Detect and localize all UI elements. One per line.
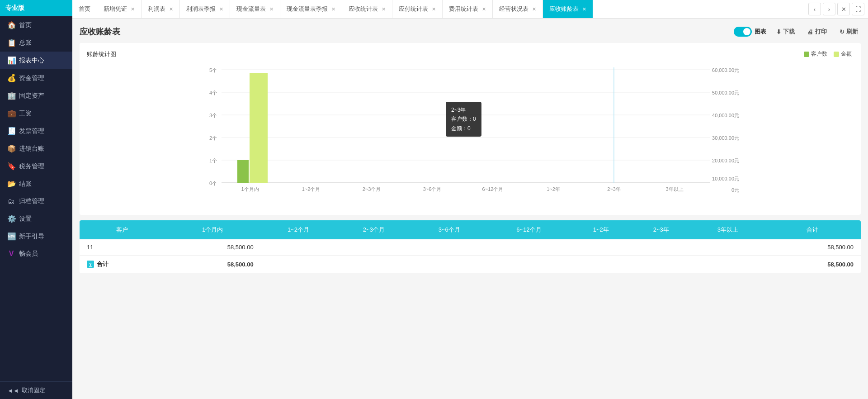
svg-text:1个: 1个 (209, 158, 217, 163)
download-icon: ⬇ (776, 28, 781, 35)
col-y12: 1~2年 (571, 220, 631, 239)
home-icon: 🏠 (7, 21, 15, 29)
sidebar-item-salary[interactable]: 💼 工资 (0, 104, 72, 122)
tab-next-button[interactable]: › (823, 3, 835, 15)
sidebar-item-tax[interactable]: 🔖 税务管理 (0, 157, 72, 175)
tab-cashflow[interactable]: 现金流量表 ✕ (230, 0, 280, 18)
tab-profit[interactable]: 利润表 ✕ (142, 0, 180, 18)
total-y3 (631, 256, 691, 273)
total-m2 (261, 256, 336, 273)
sidebar-item-assets[interactable]: 🏢 固定资产 (0, 87, 72, 104)
row-m3 (336, 239, 411, 256)
row-y3 (631, 239, 691, 256)
sidebar-item-invoice[interactable]: 🧾 发票管理 (0, 122, 72, 140)
svg-text:0个: 0个 (209, 180, 217, 186)
tab-payable-stats-close[interactable]: ✕ (432, 6, 436, 12)
sidebar-item-funds[interactable]: 💰 资金管理 (0, 69, 72, 87)
legend-amount: 金额 (834, 50, 852, 58)
tab-aging[interactable]: 应收账龄表 ✕ (543, 0, 593, 18)
tab-action-group: ‹ › ✕ ⛶ (805, 3, 868, 15)
collapse-label: 取消固定 (22, 386, 45, 394)
sidebar-item-label: 归档管理 (19, 197, 44, 205)
sidebar-item-archive[interactable]: 🗂 归档管理 (0, 193, 72, 210)
collapse-sidebar-button[interactable]: ◄◄ 取消固定 (0, 381, 72, 399)
bar-m1-amount (250, 73, 268, 183)
sidebar-item-guide[interactable]: 🆕 新手引导 (0, 228, 72, 245)
tab-close-all-button[interactable]: ✕ (837, 3, 850, 15)
tab-business-stats-label: 经营状况表 (499, 5, 528, 13)
tab-cashflow-close[interactable]: ✕ (269, 6, 274, 12)
tab-home[interactable]: 首页 (72, 0, 97, 18)
tab-prev-button[interactable]: ‹ (808, 3, 821, 15)
sidebar-item-label: 结账 (19, 180, 32, 188)
svg-text:3年以上: 3年以上 (665, 186, 683, 192)
tab-profit-close[interactable]: ✕ (169, 6, 173, 12)
collapse-icon: ◄◄ (7, 387, 19, 394)
tab-business-stats-close[interactable]: ✕ (532, 6, 536, 12)
tax-icon: 🔖 (7, 162, 15, 171)
tab-receivable-stats[interactable]: 应收统计表 ✕ (342, 0, 392, 18)
sidebar-item-sales[interactable]: 📦 进销台账 (0, 140, 72, 157)
print-button[interactable]: 🖨 打印 (805, 26, 830, 38)
download-button[interactable]: ⬇ 下载 (774, 26, 797, 38)
tab-expense-stats-close[interactable]: ✕ (482, 6, 486, 12)
refresh-button[interactable]: ↻ 刷新 (837, 26, 861, 38)
tab-receivable-stats-close[interactable]: ✕ (382, 6, 386, 12)
chart-toggle[interactable]: 图表 (734, 27, 766, 37)
chart-toggle-switch[interactable] (734, 27, 752, 37)
sidebar-item-label: 资金管理 (19, 74, 44, 82)
aging-table: 客户 1个月内 1~2个月 2~3个月 3~6个月 6~12个月 1~2年 2~… (80, 220, 861, 273)
refresh-label: 刷新 (846, 28, 858, 36)
svg-text:3~6个月: 3~6个月 (423, 186, 442, 192)
tab-profit-quarter[interactable]: 利润表季报 ✕ (180, 0, 230, 18)
main-area: 首页 新增凭证 ✕ 利润表 ✕ 利润表季报 ✕ 现金流量表 ✕ 现金流量表季报 … (72, 0, 868, 399)
tab-voucher-close[interactable]: ✕ (131, 6, 135, 12)
col-y23: 2~3年 (631, 220, 691, 239)
svg-text:10,000.00元: 10,000.00元 (712, 176, 739, 181)
tab-aging-close[interactable]: ✕ (582, 6, 586, 12)
bar-m1-customers (237, 160, 249, 183)
row-m6 (411, 239, 487, 256)
svg-text:60,000.00元: 60,000.00元 (712, 67, 739, 73)
tab-maximize-button[interactable]: ⛶ (852, 3, 864, 15)
tab-cashflow-quarter-close[interactable]: ✕ (331, 6, 335, 12)
content-area: 应收账龄表 图表 ⬇ 下载 🖨 打印 ↻ 刷新 (72, 19, 868, 399)
tab-cashflow-label: 现金流量表 (236, 5, 266, 13)
sidebar-item-settings[interactable]: ⚙️ 设置 (0, 210, 72, 228)
legend-customer-dot (804, 52, 809, 57)
total-label: ∑ 合计 (80, 256, 165, 273)
invoice-icon: 🧾 (7, 127, 15, 135)
tab-expense-stats[interactable]: 费用统计表 ✕ (443, 0, 493, 18)
sidebar: 专业版 🏠 首页 📋 总账 📊 报表中心 💰 资金管理 🏢 固定资产 💼 工资 … (0, 0, 72, 399)
col-m36: 3~6个月 (411, 220, 487, 239)
tab-expense-stats-label: 费用统计表 (449, 5, 478, 13)
tab-cashflow-quarter[interactable]: 现金流量表季报 ✕ (280, 0, 342, 18)
tab-voucher[interactable]: 新增凭证 ✕ (97, 0, 142, 18)
tab-business-stats[interactable]: 经营状况表 ✕ (493, 0, 543, 18)
settings-icon: ⚙️ (7, 214, 15, 223)
col-m612: 6~12个月 (487, 220, 571, 239)
tab-payable-stats[interactable]: 应付统计表 ✕ (392, 0, 443, 18)
sidebar-item-vip[interactable]: V 畅会员 (0, 245, 72, 262)
col-m23: 2~3个月 (336, 220, 411, 239)
row-customer: 11 (80, 239, 165, 256)
chart-legend: 客户数 金额 (804, 50, 852, 58)
closing-icon: 📂 (7, 180, 15, 188)
tab-payable-stats-label: 应付统计表 (399, 5, 428, 13)
chart-title: 账龄统计图 (87, 50, 854, 58)
legend-amount-label: 金额 (841, 50, 852, 58)
tab-voucher-label: 新增凭证 (104, 5, 127, 13)
sidebar-item-ledger[interactable]: 📋 总账 (0, 34, 72, 52)
tab-profit-quarter-close[interactable]: ✕ (219, 6, 223, 12)
total-m1: 58,500.00 (165, 256, 261, 273)
total-label-text: 合计 (97, 260, 108, 268)
total-y1 (487, 256, 571, 273)
col-y3plus: 3年以上 (691, 220, 764, 239)
svg-text:1个月内: 1个月内 (241, 186, 259, 192)
sidebar-item-reports[interactable]: 📊 报表中心 (0, 52, 72, 69)
total-y2 (571, 256, 631, 273)
sidebar-item-closing[interactable]: 📂 结账 (0, 175, 72, 193)
sidebar-item-home[interactable]: 🏠 首页 (0, 16, 72, 34)
sales-icon: 📦 (7, 144, 15, 153)
download-label: 下载 (783, 28, 795, 36)
